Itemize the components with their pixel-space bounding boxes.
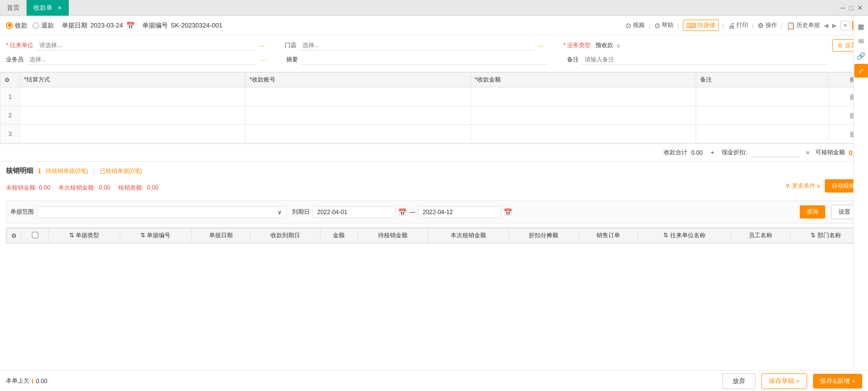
range-select[interactable]: ∨ xyxy=(37,206,286,218)
operation-action[interactable]: ⚙ 操作 xyxy=(758,21,777,29)
receipt-radio[interactable]: 收款 xyxy=(6,21,27,30)
remark-header: 备注 xyxy=(696,73,828,87)
date-from-input[interactable] xyxy=(313,206,395,218)
salesperson-more-icon[interactable]: ··· xyxy=(261,56,267,64)
nav-right[interactable]: ▶ xyxy=(832,22,837,29)
side-expand-icon[interactable]: ⤢ xyxy=(854,64,868,78)
date-to-icon[interactable]: 📅 xyxy=(504,208,512,216)
nav-left[interactable]: ◀ xyxy=(824,22,828,29)
help-action[interactable]: ⊙ 帮助 xyxy=(654,21,674,29)
tab-receipt[interactable]: 收款单 ✕ xyxy=(27,0,69,16)
table-row: 2 🗑 ⧉ xyxy=(0,106,868,125)
counterparty-input[interactable] xyxy=(36,40,254,51)
verify-info-icon[interactable]: ℹ xyxy=(38,167,41,175)
remark-1[interactable] xyxy=(696,87,828,106)
history-icon: 📋 xyxy=(787,22,795,29)
this-time-stat: 本次核销金额: 0.00 xyxy=(58,184,110,192)
shortcut-action[interactable]: ⌨ 快捷键 xyxy=(683,20,719,31)
business-type-dropdown-icon[interactable]: ∨ xyxy=(616,42,621,49)
counterparty-more-icon[interactable]: ··· xyxy=(259,42,265,50)
minimize-icon[interactable]: ─ xyxy=(841,4,845,12)
check-all-header: ⚙ xyxy=(7,228,22,243)
diff-stat: 核销差额: 0.00 xyxy=(118,184,159,192)
tab-close-icon[interactable]: ✕ xyxy=(57,5,62,11)
summary-input[interactable] xyxy=(301,55,547,65)
remark-2[interactable] xyxy=(696,106,828,125)
print-icon: 🖨 xyxy=(728,22,735,29)
filter-icon: ⛛ xyxy=(785,183,791,190)
receipt-table-container: ⚙ *结算方式 *收款账号 *收款金额 备注 操作 1 xyxy=(0,72,868,144)
summary-field: 摘要 xyxy=(286,55,547,65)
this-time-amount-header: 本次核销金额 xyxy=(428,228,509,243)
salesperson-input[interactable] xyxy=(27,55,256,65)
tab-home[interactable]: 首页 xyxy=(0,0,27,16)
select-all-checkbox[interactable] xyxy=(32,232,38,238)
main-container: 收款 退款 单据日期 2023-03-24 📅 单据编号 SK-20230324… xyxy=(0,16,868,391)
dept-header: ⇅ 部门名称 xyxy=(790,228,861,243)
video-icon: ⊙ xyxy=(625,22,631,29)
date-from-icon[interactable]: 📅 xyxy=(398,208,407,216)
refund-radio[interactable]: 退款 xyxy=(32,21,54,30)
print-action[interactable]: 🖨 打印 xyxy=(728,21,748,29)
divider-2: | xyxy=(678,22,679,29)
side-panel: ▦ ✉ 🔗 ⤢ xyxy=(853,16,868,370)
shortcut-icon: ⌨ xyxy=(686,22,696,29)
side-mail-icon[interactable]: ✉ xyxy=(854,34,868,48)
save-draft-button[interactable]: 保存草稿 ∧ xyxy=(761,373,807,389)
remark-input[interactable] xyxy=(582,55,828,65)
date-range-filter: 到期日 📅 — 📅 xyxy=(292,206,512,218)
store-input[interactable] xyxy=(299,40,533,51)
help-icon: ⊙ xyxy=(654,22,660,29)
table2-config-icon[interactable]: ⚙ xyxy=(11,232,17,239)
sales-order-header: 销售订单 xyxy=(579,228,638,243)
list-view-btn[interactable]: ≡ xyxy=(841,21,850,30)
verify-stats: 未核销金额 0.00 本次核销金额: 0.00 核销差额: 0.00 ⛛ 更多条… xyxy=(6,179,862,196)
amount-3[interactable] xyxy=(470,125,696,143)
window-controls: ─ □ ✕ xyxy=(841,4,868,12)
discount-share-header: 折扣分摊额 xyxy=(509,228,579,243)
abandon-button[interactable]: 放弃 xyxy=(722,373,756,389)
divider-5: | xyxy=(781,22,783,29)
discount-input[interactable] xyxy=(751,148,800,157)
remark-3[interactable] xyxy=(696,125,828,143)
save-new-button[interactable]: 保存&新增 ∧ xyxy=(813,374,862,389)
settle-1[interactable] xyxy=(20,87,245,106)
business-type-field: * 业务类型 预收款 ∨ xyxy=(563,41,822,50)
receipt-account-header: *收款账号 xyxy=(245,73,470,87)
top-toolbar: 收款 退款 单据日期 2023-03-24 📅 单据编号 SK-20230324… xyxy=(0,16,868,35)
pending-tab[interactable]: 待核销单据(0笔) xyxy=(46,167,88,175)
date-to-input[interactable] xyxy=(418,206,501,218)
video-action[interactable]: ⊙ 视频 xyxy=(625,21,645,29)
close-icon[interactable]: ✕ xyxy=(857,4,863,12)
save-draft-arrow-icon: ∧ xyxy=(796,378,800,384)
receipt-table: ⚙ *结算方式 *收款账号 *收款金额 备注 操作 1 xyxy=(0,72,868,143)
divider-1: | xyxy=(649,22,650,29)
settle-2[interactable] xyxy=(20,106,245,125)
operation-icon: ⚙ xyxy=(758,22,764,29)
counterparty-field: * 往来单位 ··· xyxy=(6,40,265,51)
store-more-icon[interactable]: ··· xyxy=(538,42,544,50)
refund-radio-circle xyxy=(32,22,39,29)
account-1[interactable] xyxy=(245,87,470,106)
bottom-bar: 本单上欠 ℹ 0.00 放弃 保存草稿 ∧ 保存&新增 ∧ xyxy=(0,370,868,391)
form-area: * 往来单位 ··· 门店 ··· * 业务类型 预收款 ∨ ⚙ 设置 xyxy=(0,35,868,72)
side-link-icon[interactable]: 🔗 xyxy=(854,49,868,63)
maximize-icon[interactable]: □ xyxy=(849,4,853,12)
table-config-icon[interactable]: ⚙ xyxy=(4,77,10,84)
form-row-1: * 往来单位 ··· 门店 ··· * 业务类型 预收款 ∨ ⚙ 设置 xyxy=(6,39,862,52)
settings-gear-icon: ⚙ xyxy=(838,42,843,49)
side-table-icon[interactable]: ▦ xyxy=(854,20,868,33)
history-action[interactable]: 📋 历史单据 xyxy=(787,21,820,29)
stat-info-icon[interactable]: ℹ xyxy=(31,378,34,385)
more-conditions-btn[interactable]: ⛛ 更多条件 ∧ xyxy=(785,182,821,190)
done-tab[interactable]: 已核销单据(0笔) xyxy=(100,167,142,175)
settle-3[interactable] xyxy=(20,125,245,143)
number-field: 单据编号 SK-20230324-001 xyxy=(142,21,223,30)
amount-2[interactable] xyxy=(470,106,696,125)
query-button[interactable]: 查询 xyxy=(800,205,825,219)
amount-1[interactable] xyxy=(470,87,696,106)
account-2[interactable] xyxy=(245,106,470,125)
range-dropdown-icon: ∨ xyxy=(277,209,282,216)
calendar-icon[interactable]: 📅 xyxy=(126,22,135,29)
account-3[interactable] xyxy=(245,125,470,143)
